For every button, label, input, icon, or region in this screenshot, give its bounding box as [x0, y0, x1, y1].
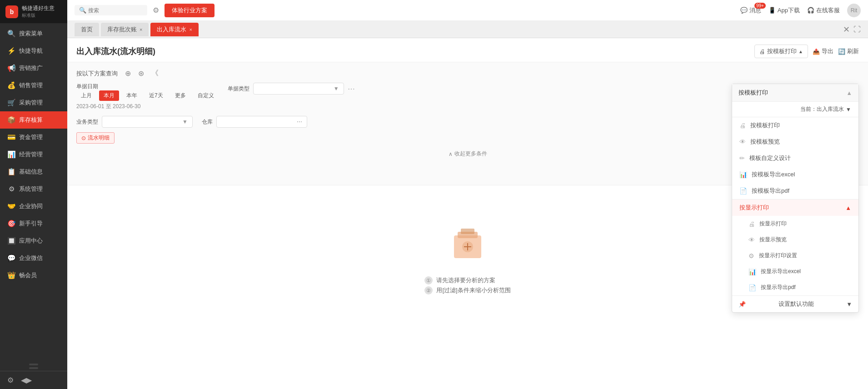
- preview-icon-2: 👁: [748, 236, 755, 244]
- date-presets: 上月 本月 本年 近7天 更多 自定义: [76, 90, 219, 101]
- doc-type-select[interactable]: ▼: [253, 83, 344, 95]
- business-type-section: 业务类型 ▼: [76, 116, 193, 128]
- tab-inventory-flow[interactable]: 出入库流水 ×: [150, 23, 198, 36]
- gear-icon[interactable]: ⚙: [153, 6, 159, 15]
- date-preset-more[interactable]: 更多: [170, 90, 190, 101]
- warehouse-label: 仓库: [202, 118, 213, 126]
- print-icon: 🖨: [759, 48, 765, 55]
- warehouse-more-icon: ⋯: [297, 119, 302, 125]
- message-badge: 99+: [754, 3, 766, 9]
- dropdown-display-print[interactable]: 🖨 按显示打印: [732, 216, 858, 232]
- dropdown-template-custom[interactable]: ✏ 模板自定义设计: [732, 150, 858, 166]
- app-center-icon: 🔲: [7, 237, 15, 245]
- dropdown-chevron-up[interactable]: ▲: [846, 90, 852, 96]
- design-icon: ✏: [739, 155, 745, 162]
- tab-inventory-batch[interactable]: 库存批次账 ×: [101, 23, 149, 36]
- settings-icon[interactable]: ⚙: [7, 376, 14, 384]
- dropdown-display-print-settings[interactable]: ⚙ 按显示打印设置: [732, 248, 858, 264]
- topbar: 🔍 ⚙ 体验行业方案 💬 消息 99+ 📱 App下载 🎧 在线客服 Rit: [67, 0, 868, 21]
- display-section-chevron: ▲: [845, 204, 851, 211]
- phone-icon: 📱: [768, 7, 776, 14]
- sidebar-item-operation[interactable]: 📊 经营管理: [0, 146, 67, 163]
- sidebar-item-purchase[interactable]: 🛒 采购管理: [0, 94, 67, 111]
- page-title: 出入库流水(流水明细): [76, 46, 155, 57]
- dropdown-template-print[interactable]: 🖨 按模板打印: [732, 117, 858, 134]
- doc-type-section: 单据类型 ▼ ⋯: [228, 83, 355, 95]
- scroll-up[interactable]: [29, 364, 38, 365]
- tab-home[interactable]: 首页: [75, 23, 99, 36]
- trial-button[interactable]: 体验行业方案: [165, 4, 215, 17]
- sidebar-item-vip[interactable]: 👑 畅会员: [0, 267, 67, 284]
- sales-icon: 💰: [7, 81, 15, 90]
- section-chevron-icon: ▼: [846, 106, 851, 113]
- preview-icon-1: 👁: [739, 138, 746, 145]
- search-icon-topbar: 🔍: [79, 7, 86, 14]
- dropdown-display-export-pdf[interactable]: 📄 按显示导出pdf: [732, 279, 858, 295]
- sidebar-item-app-center[interactable]: 🔲 应用中心: [0, 232, 67, 249]
- user-avatar[interactable]: Rit: [847, 4, 861, 17]
- search-input[interactable]: [88, 7, 143, 14]
- date-preset-custom[interactable]: 自定义: [193, 90, 219, 101]
- empty-icon: [445, 222, 490, 267]
- sidebar-item-guide[interactable]: 🎯 新手引导: [0, 215, 67, 232]
- sidebar-item-system[interactable]: ⚙ 系统管理: [0, 180, 67, 198]
- sidebar-nav: 🔍 搜索菜单 ⚡ 快捷导航 📢 营销推广 💰 销售管理 🛒 采购管理 📦 库存核…: [0, 23, 67, 362]
- message-btn[interactable]: 💬 消息 99+: [740, 6, 761, 15]
- sidebar-item-basic[interactable]: 📋 基础信息: [0, 163, 67, 180]
- add-filter-btn[interactable]: ⊕: [125, 69, 131, 78]
- empty-tips: ① 请先选择要分析的方案 ② 用[过滤]条件来缩小分析范围: [424, 274, 510, 296]
- tab-close-inventory-flow[interactable]: ×: [189, 27, 192, 32]
- sidebar-item-wechat[interactable]: 💬 企业微信: [0, 249, 67, 267]
- filter-tag-water-detail[interactable]: ⊙ 流水明细: [76, 132, 115, 144]
- sidebar-item-sales[interactable]: 💰 销售管理: [0, 77, 67, 94]
- date-preset-last-month[interactable]: 上月: [76, 90, 96, 101]
- dropdown-display-preview[interactable]: 👁 按显示预览: [732, 232, 858, 248]
- filter-section-label: 按以下方案查询: [76, 70, 118, 78]
- refresh-button[interactable]: 🔄 刷新: [838, 47, 859, 55]
- tabs-actions: ✕ ⛶: [843, 25, 861, 35]
- sidebar-footer: ⚙ ◀▶: [0, 371, 67, 389]
- expand-tabs-icon[interactable]: ⛶: [853, 25, 861, 34]
- app-download-btn[interactable]: 📱 App下载: [768, 6, 800, 15]
- vip-icon: 👑: [7, 271, 15, 279]
- excel-icon-2: 📊: [748, 268, 756, 275]
- tab-close-inventory-batch[interactable]: ×: [140, 27, 142, 32]
- finance-icon: 💳: [7, 133, 15, 141]
- date-preset-this-month[interactable]: 本月: [99, 90, 119, 101]
- tip-num-2: ②: [424, 286, 433, 294]
- date-preset-7-days[interactable]: 近7天: [145, 90, 168, 101]
- sidebar-item-finance[interactable]: 💳 资金管理: [0, 129, 67, 146]
- topbar-search-box[interactable]: 🔍: [75, 5, 147, 15]
- date-preset-this-year[interactable]: 本年: [122, 90, 142, 101]
- page-header: 出入库流水(流水明细) 🖨 按模板打印 ▲ 📤 导出 🔄 刷新: [67, 38, 868, 62]
- printer-icon-1: 🖨: [739, 122, 746, 129]
- warehouse-select[interactable]: ⋯: [216, 116, 307, 128]
- export-button[interactable]: 📤 导出: [813, 47, 833, 55]
- sidebar-item-quick-nav[interactable]: ⚡ 快捷导航: [0, 42, 67, 60]
- settings-filter-btn[interactable]: ⊛: [138, 69, 144, 78]
- date-range-display: 2023-06-01 至 2023-06-30: [76, 103, 219, 110]
- scroll-down[interactable]: [29, 367, 38, 369]
- print-template-button[interactable]: 🖨 按模板打印 ▲: [754, 45, 808, 58]
- dropdown-display-export-excel[interactable]: 📊 按显示导出excel: [732, 264, 858, 279]
- sidebar-item-cooperation[interactable]: 🤝 企业协同: [0, 198, 67, 215]
- doc-type-more-icon[interactable]: ⋯: [348, 85, 355, 93]
- sidebar-item-marketing[interactable]: 📢 营销推广: [0, 60, 67, 77]
- guide-icon: 🎯: [7, 219, 15, 228]
- dropdown-display-print-section[interactable]: 按显示打印 ▲: [732, 199, 858, 216]
- dropdown-set-default[interactable]: 📌 设置默认功能 ▼: [732, 295, 858, 312]
- dropdown-template-export-excel[interactable]: 📊 按模板导出excel: [732, 166, 858, 183]
- collapse-icon[interactable]: ◀▶: [21, 376, 32, 384]
- dropdown-template-preview[interactable]: 👁 按模板预览: [732, 134, 858, 150]
- sidebar-item-inventory[interactable]: 📦 库存核算: [0, 111, 67, 129]
- empty-tip-1: ① 请先选择要分析的方案: [424, 276, 510, 284]
- business-type-select[interactable]: ▼: [102, 116, 193, 128]
- close-all-tabs-icon[interactable]: ✕: [843, 25, 850, 35]
- collapse-filter-btn[interactable]: 《: [151, 69, 159, 78]
- pdf-icon-2: 📄: [748, 284, 756, 291]
- sidebar-item-search[interactable]: 🔍 搜索菜单: [0, 25, 67, 42]
- topbar-right: 💬 消息 99+ 📱 App下载 🎧 在线客服 Rit: [740, 4, 861, 17]
- online-service-btn[interactable]: 🎧 在线客服: [807, 6, 840, 15]
- dropdown-template-export-pdf[interactable]: 📄 按模板导出pdf: [732, 183, 858, 199]
- search-icon: 🔍: [7, 30, 15, 38]
